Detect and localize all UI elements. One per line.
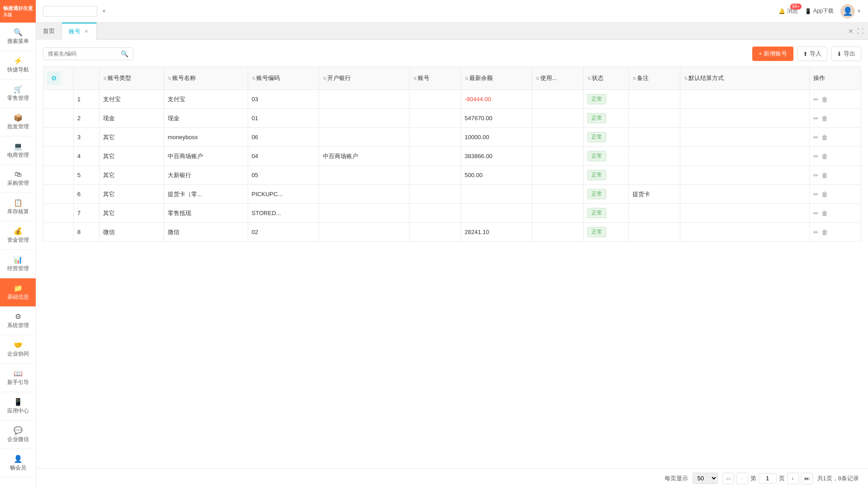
row-name-cell: 中百商场账户: [164, 147, 248, 166]
row-account-cell: [409, 128, 461, 147]
basic-icon: 📁: [2, 284, 33, 292]
col-code[interactable]: ⇅账号编码: [248, 67, 319, 90]
sidebar-item-member[interactable]: 👤 畅会员: [0, 449, 36, 478]
sidebar-item-agreement[interactable]: 🤝 企业协同: [0, 335, 36, 364]
sidebar-item-inventory[interactable]: 📋 库存核算: [0, 193, 36, 221]
delete-icon[interactable]: 🗑: [821, 172, 828, 179]
user-profile[interactable]: 👤 ▼: [840, 4, 861, 19]
edit-icon[interactable]: ✏: [813, 191, 819, 198]
edit-icon[interactable]: ✏: [813, 172, 819, 179]
tab-close-all-icon[interactable]: ✕: [848, 28, 854, 35]
delete-icon[interactable]: 🗑: [821, 191, 828, 198]
row-code-cell: 06: [248, 128, 319, 147]
guide-icon: 📖: [2, 369, 33, 378]
row-remarks-cell: [628, 204, 680, 223]
table-row: 7 其它 零售抵现 STORED... 正常 ✏ 🗑: [43, 204, 861, 223]
row-settings-cell: [43, 90, 74, 109]
delete-icon[interactable]: 🗑: [821, 210, 828, 217]
col-name[interactable]: ⇅账号名称: [164, 67, 248, 90]
row-balance-cell: [461, 204, 532, 223]
tab-home[interactable]: 首页: [36, 23, 62, 40]
sidebar-item-label: 基础信息: [2, 293, 33, 301]
delete-icon[interactable]: 🗑: [821, 134, 828, 141]
row-remarks-cell: [628, 90, 680, 109]
sidebar-item-label: 资金管理: [2, 236, 33, 244]
sidebar-item-operations[interactable]: 📊 经营管理: [0, 250, 36, 278]
page-number-input[interactable]: [759, 473, 777, 483]
delete-icon[interactable]: 🗑: [821, 229, 828, 236]
tab-maximize-icon[interactable]: ⛶: [857, 28, 863, 35]
row-balance-cell: 547670.00: [461, 109, 532, 128]
table-settings-icon[interactable]: ⚙: [47, 71, 61, 85]
col-settlement[interactable]: ⇅默认结算方式: [680, 67, 810, 90]
col-status[interactable]: ⇅状态: [583, 67, 628, 90]
row-num-cell: 5: [74, 166, 99, 185]
import-button[interactable]: ⬆ 导入: [797, 47, 827, 61]
delete-icon[interactable]: 🗑: [821, 96, 828, 103]
sidebar-item-wholesale[interactable]: 📦 批发管理: [0, 108, 36, 136]
table-row: 3 其它 moneybosx 06 10000.00 正常 ✏ 🗑: [43, 128, 861, 147]
col-bank[interactable]: ⇅开户银行: [319, 67, 409, 90]
logo-text: 畅捷通好生意: [3, 5, 33, 12]
row-name-cell: 大新银行: [164, 166, 248, 185]
system-icon: ⚙: [2, 312, 33, 321]
first-page-button[interactable]: ⏮: [722, 473, 734, 484]
col-usage[interactable]: ⇅使用...: [532, 67, 583, 90]
edit-icon[interactable]: ✏: [813, 153, 819, 160]
delete-icon[interactable]: 🗑: [821, 153, 828, 160]
dropdown-arrow-icon[interactable]: ▼: [102, 9, 106, 14]
col-remarks[interactable]: ⇅备注: [628, 67, 680, 90]
row-account-cell: [409, 166, 461, 185]
delete-icon[interactable]: 🗑: [821, 115, 828, 122]
row-settlement-cell: [680, 185, 810, 204]
messages-button[interactable]: 🔔 消息 99+: [778, 7, 798, 15]
edit-icon[interactable]: ✏: [813, 115, 819, 122]
sidebar-item-guide[interactable]: 📖 新手引导: [0, 364, 36, 392]
export-button[interactable]: ⬇ 导出: [831, 47, 861, 61]
col-balance[interactable]: ⇅最新余额: [461, 67, 532, 90]
sidebar-item-apps[interactable]: 📱 应用中心: [0, 392, 36, 421]
agreement-icon: 🤝: [2, 341, 33, 349]
sidebar-item-basic[interactable]: 📁 基础信息: [0, 278, 36, 307]
search-input[interactable]: [48, 51, 118, 57]
next-page-button[interactable]: ›: [787, 473, 799, 484]
account-table: ⚙ ⇅账号类型 ⇅账号名称 ⇅账号编码 ⇅开户银行 ⇅账号 ⇅最新余额 ⇅使用.…: [43, 66, 861, 242]
row-code-cell: 04: [248, 147, 319, 166]
page-size-select[interactable]: 50 100: [693, 473, 718, 484]
row-bank-cell: [319, 223, 409, 242]
row-remarks-cell: [628, 223, 680, 242]
sidebar-item-finance[interactable]: 💰 资金管理: [0, 221, 36, 250]
last-page-button[interactable]: ⏭: [801, 473, 813, 484]
sidebar-item-retail[interactable]: 🛒 零售管理: [0, 80, 36, 108]
sidebar-item-system[interactable]: ⚙ 系统管理: [0, 307, 36, 335]
edit-icon[interactable]: ✏: [813, 134, 819, 141]
sidebar-item-quicknav[interactable]: ⚡ 快捷导航: [0, 51, 36, 80]
row-account-cell: [409, 147, 461, 166]
sidebar-item-ecommerce[interactable]: 💻 电商管理: [0, 136, 36, 165]
row-bank-cell: 中百商场账户: [319, 147, 409, 166]
edit-icon[interactable]: ✏: [813, 96, 819, 103]
sidebar-item-purchase[interactable]: 🛍 采购管理: [0, 165, 36, 193]
sidebar-item-wechat[interactable]: 💬 企业微信: [0, 421, 36, 449]
row-num-cell: 1: [74, 90, 99, 109]
col-type[interactable]: ⇅账号类型: [99, 67, 164, 90]
top-search-input[interactable]: [43, 6, 97, 17]
col-actions: 操作: [809, 67, 861, 90]
download-button[interactable]: 📱 App下载: [805, 7, 834, 15]
row-status-cell: 正常: [583, 128, 628, 147]
prev-page-button[interactable]: ‹: [736, 473, 748, 484]
edit-icon[interactable]: ✏: [813, 210, 819, 217]
row-status-cell: 正常: [583, 223, 628, 242]
row-status-cell: 正常: [583, 204, 628, 223]
row-remarks-cell: [628, 109, 680, 128]
sidebar-item-search[interactable]: 🔍 搜索菜单: [0, 23, 36, 51]
search-icon[interactable]: 🔍: [121, 50, 128, 57]
col-account[interactable]: ⇅账号: [409, 67, 461, 90]
add-account-button[interactable]: + 新增账号: [752, 47, 793, 61]
tab-close-icon[interactable]: ✕: [83, 28, 90, 35]
col-settings[interactable]: ⚙: [43, 67, 74, 90]
edit-icon[interactable]: ✏: [813, 229, 819, 236]
search-icon: 🔍: [2, 28, 33, 37]
tab-account[interactable]: 账号 ✕: [62, 23, 97, 40]
row-settlement-cell: [680, 223, 810, 242]
